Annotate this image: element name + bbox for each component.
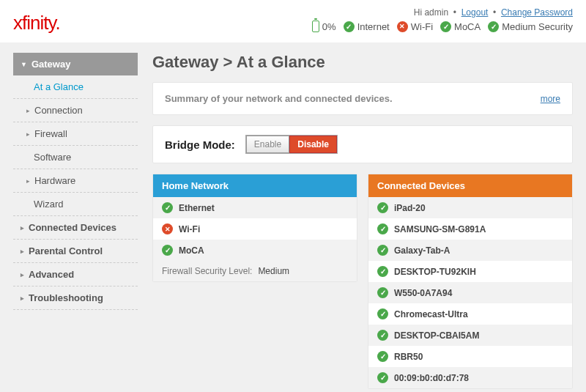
logout-link[interactable]: Logout	[461, 7, 489, 18]
home-network-row: Wi-Fi	[153, 218, 357, 240]
home-network-row: Ethernet	[153, 197, 357, 218]
status-internet: Internet	[344, 21, 390, 32]
sidebar-item-gateway[interactable]: ▼Gateway	[13, 53, 138, 75]
status-wifi: Wi-Fi	[397, 21, 433, 32]
sidebar-item-parental-control[interactable]: ▸Parental Control	[13, 240, 138, 263]
status-security: Medium Security	[488, 21, 573, 32]
home-network-label: Wi-Fi	[179, 224, 200, 234]
device-name: W550-0A7A94	[394, 288, 452, 298]
check-icon	[440, 21, 451, 32]
home-network-label: MoCA	[179, 245, 204, 256]
device-name: DESKTOP-CBAI5AM	[394, 330, 479, 341]
device-name: DESKTOP-TU92KIH	[394, 267, 476, 277]
sidebar-item-at-a-glance[interactable]: At a Glance	[13, 75, 138, 99]
error-icon	[397, 21, 408, 32]
connected-device-row: DESKTOP-TU92KIH	[368, 261, 572, 282]
check-icon	[377, 372, 388, 383]
home-network-card: Home Network EthernetWi-FiMoCA Firewall …	[152, 174, 357, 282]
sidebar-item-advanced[interactable]: ▸Advanced	[13, 263, 138, 286]
sidebar-item-connection[interactable]: ▸Connection	[13, 99, 138, 122]
summary-panel: Summary of your network and connected de…	[152, 82, 573, 115]
disable-button[interactable]: Disable	[289, 136, 337, 153]
triangle-right-icon: ▸	[21, 224, 24, 232]
logo: xfinity.	[13, 12, 60, 34]
connected-device-row: Galaxy-Tab-A	[368, 240, 572, 261]
bridge-mode-label: Bridge Mode:	[165, 138, 235, 151]
check-icon	[377, 202, 388, 213]
triangle-right-icon: ▸	[26, 107, 30, 114]
enable-button[interactable]: Enable	[246, 136, 289, 153]
device-name: SAMSUNG-SM-G891A	[394, 224, 486, 234]
triangle-right-icon: ▸	[21, 248, 24, 255]
user-line: Hi admin • Logout • Change Password	[312, 7, 573, 18]
connected-device-row: RBR50	[368, 346, 572, 367]
home-network-title: Home Network	[153, 174, 357, 197]
status-moca: MoCA	[440, 21, 481, 32]
sidebar-item-firewall[interactable]: ▸Firewall	[13, 122, 138, 146]
device-name: Chromecast-Ultra	[394, 309, 468, 319]
check-icon	[162, 202, 173, 213]
check-icon	[377, 266, 388, 277]
check-icon	[162, 245, 173, 256]
connected-device-row: DESKTOP-CBAI5AM	[368, 325, 572, 346]
home-network-label: Ethernet	[179, 203, 215, 213]
change-password-link[interactable]: Change Password	[501, 7, 573, 18]
connected-device-row: Chromecast-Ultra	[368, 303, 572, 325]
check-icon	[377, 308, 388, 319]
device-name: RBR50	[394, 352, 423, 362]
home-network-row: MoCA	[153, 240, 357, 261]
sidebar: ▼Gateway At a Glance ▸Connection ▸Firewa…	[13, 53, 138, 310]
battery-status: 0%	[312, 21, 336, 32]
connected-device-row: SAMSUNG-SM-G891A	[368, 218, 572, 240]
sidebar-item-software[interactable]: Software	[13, 146, 138, 169]
battery-icon	[312, 21, 319, 32]
triangle-down-icon: ▼	[21, 61, 27, 68]
more-link[interactable]: more	[541, 94, 560, 104]
sidebar-item-connected-devices[interactable]: ▸Connected Devices	[13, 216, 138, 240]
check-icon	[377, 223, 388, 234]
check-icon	[377, 351, 388, 362]
connected-device-row: iPad-20	[368, 197, 572, 218]
connected-device-row: W550-0A7A94	[368, 282, 572, 303]
check-icon	[344, 21, 355, 32]
check-icon	[377, 287, 388, 298]
check-icon	[377, 245, 388, 256]
connected-devices-card: Connected Devices iPad-20SAMSUNG-SM-G891…	[368, 174, 573, 389]
device-name: Galaxy-Tab-A	[394, 245, 450, 256]
triangle-right-icon: ▸	[21, 271, 24, 278]
connected-device-row: 00:09:b0:d0:d7:78	[368, 367, 572, 388]
check-icon	[377, 330, 388, 341]
error-icon	[162, 223, 173, 234]
device-name: 00:09:b0:d0:d7:78	[394, 373, 469, 383]
triangle-right-icon: ▸	[26, 130, 30, 138]
connected-devices-title: Connected Devices	[368, 174, 572, 197]
check-icon	[488, 21, 499, 32]
device-name: iPad-20	[394, 203, 426, 213]
bridge-mode-panel: Bridge Mode: Enable Disable	[152, 125, 573, 163]
sidebar-item-troubleshooting[interactable]: ▸Troubleshooting	[13, 286, 138, 310]
firewall-level-row: Firewall Security Level: Medium	[153, 261, 357, 281]
sidebar-item-wizard[interactable]: Wizard	[13, 193, 138, 216]
page-title: Gateway > At a Glance	[152, 53, 573, 72]
triangle-right-icon: ▸	[26, 177, 30, 185]
summary-text: Summary of your network and connected de…	[165, 93, 393, 104]
triangle-right-icon: ▸	[21, 295, 24, 302]
sidebar-item-hardware[interactable]: ▸Hardware	[13, 169, 138, 193]
